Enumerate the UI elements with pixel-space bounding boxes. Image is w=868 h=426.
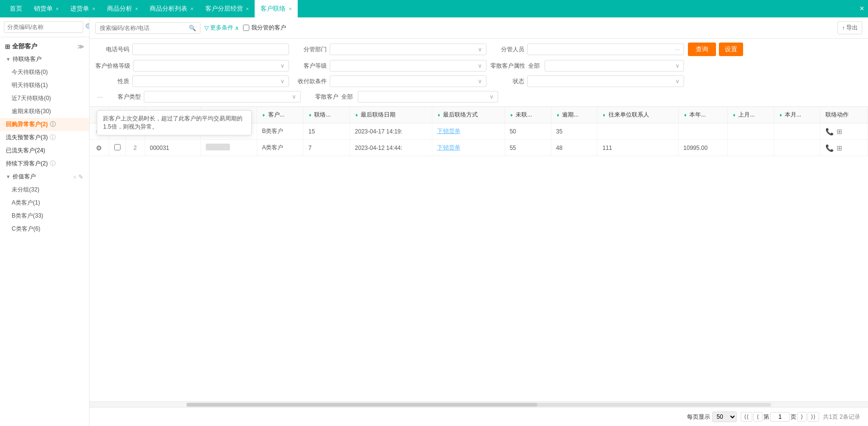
filter-payment-label: 收付款条件 <box>293 77 327 86</box>
row2-settings[interactable]: ⚙ <box>90 140 109 156</box>
scroll-track[interactable] <box>186 403 771 407</box>
sidebar-churn-warning-title[interactable]: 流失预警客户(3) ⓘ <box>0 131 89 144</box>
col-overdue-header[interactable]: ⬧ 逾期... <box>551 107 597 123</box>
prev-page-button[interactable]: ⟨ <box>753 412 762 422</box>
row2-contact-icon[interactable]: ⊞ <box>837 144 842 152</box>
next-page-button[interactable]: ⟩ <box>797 412 807 422</box>
filter-customer-type-select[interactable]: ∨ <box>144 91 301 103</box>
sidebar-repurchase-abnormal-title[interactable]: 回购异常客户(2) ⓘ <box>0 118 89 131</box>
nav-purchase-order[interactable]: 进货单 × <box>64 0 101 17</box>
col-last-date-header[interactable]: ⬧ 最后联络日期 <box>350 107 432 123</box>
sidebar-item-today[interactable]: 今天待联络(0) <box>0 66 89 79</box>
tooltip-box: 距客户上次交易时长，超过了此客户的平均交易周期的1.5倍，则视为异常。 <box>97 110 252 135</box>
close-customer-layer-icon[interactable]: × <box>246 6 249 12</box>
filter-nature-select[interactable]: ∨ <box>132 75 289 87</box>
last-page-button[interactable]: ⟩⟩ <box>807 412 819 422</box>
sidebar-value-c[interactable]: C类客户(6) <box>0 222 89 235</box>
row2-phone-icon[interactable]: 📞 <box>825 144 834 152</box>
filter-manager-select[interactable]: ··· <box>527 44 684 55</box>
sidebar-value-a[interactable]: A类客户(1) <box>0 196 89 209</box>
filter-scattered-attr-select[interactable]: ∨ <box>545 60 684 72</box>
row1-last-way-link[interactable]: 下销货单 <box>437 128 460 134</box>
filter-status: 状态 ∨ <box>490 75 684 87</box>
close-product-analysis-list-icon[interactable]: × <box>190 6 193 12</box>
settings-cog-icon2[interactable]: ⚙ <box>96 144 102 152</box>
sidebar-item-tomorrow[interactable]: 明天待联络(1) <box>0 79 89 92</box>
sidebar-item-overdue[interactable]: 逾期未联络(30) <box>0 105 89 118</box>
nav-product-analysis[interactable]: 商品分析 × <box>101 0 144 17</box>
config-icon[interactable]: ✎ <box>78 174 83 180</box>
col-type-header[interactable]: ⬧ 客户... <box>257 107 304 123</box>
row1-uncontacted: 50 <box>504 123 551 140</box>
main-search-input[interactable] <box>100 25 187 31</box>
sidebar-value-b[interactable]: B类客户(33) <box>0 209 89 222</box>
my-customers-checkbox-area[interactable]: 我分管的客户 <box>243 24 286 32</box>
sidebar-declining-title[interactable]: 持续下滑客户(2) ⓘ <box>0 157 89 170</box>
filter-customer-type: 客户类型 ∨ <box>107 91 301 103</box>
filter-manager-label: 分管人员 <box>490 45 524 54</box>
col-this-month-header[interactable]: ⬧ 本月... <box>774 107 820 123</box>
nav-home[interactable]: 首页 <box>4 0 28 17</box>
close-all-tabs-icon[interactable]: × <box>860 4 864 13</box>
close-customer-contact-icon[interactable]: × <box>289 6 291 12</box>
page-unit-label: 页 <box>791 413 796 421</box>
sidebar-all-customers[interactable]: ⊞ 全部客户 ≫ <box>0 40 89 53</box>
col-lm-sort-icon: ⬧ <box>732 111 736 118</box>
col-uncontacted-header[interactable]: ⬧ 未联... <box>504 107 551 123</box>
row1-contact-icon[interactable]: ⊞ <box>837 128 842 135</box>
row2-code[interactable]: 000031 <box>145 140 201 156</box>
filter-price-level-select[interactable]: ∨ <box>133 60 289 72</box>
export-button[interactable]: ↑ 导出 <box>838 21 862 34</box>
col-unit-contacts-header[interactable]: ⬧ 往来单位联系人 <box>597 107 678 123</box>
scroll-thumb[interactable] <box>186 403 537 407</box>
sidebar-item-7days[interactable]: 近7天待联络(0) <box>0 92 89 105</box>
nav-customer-contact[interactable]: 客户联络 × <box>255 0 297 17</box>
filter-payment-select[interactable]: ∨ <box>330 75 487 87</box>
row2-name[interactable] <box>201 140 257 156</box>
row2-checkbox[interactable] <box>114 144 121 150</box>
row1-phone-icon[interactable]: 📞 <box>825 128 834 135</box>
horizontal-scrollbar[interactable] <box>90 401 868 407</box>
settings-button[interactable]: 设置 <box>719 43 743 56</box>
page-number-input[interactable] <box>770 412 790 422</box>
col-this-year-header[interactable]: ⬧ 本年... <box>678 107 727 123</box>
sidebar-collapse-icon[interactable]: ≫ <box>77 43 84 50</box>
more-conditions-btn[interactable]: ▽ 更多条件 ∧ <box>204 24 239 32</box>
row1-this-year <box>678 123 727 140</box>
per-page-select[interactable]: 50 100 200 <box>712 411 737 422</box>
sidebar-value-title[interactable]: ▼ 价值客户 ○ ✎ <box>0 170 89 183</box>
nav-sales-order[interactable]: 销货单 × <box>28 0 64 17</box>
filter-scattered-customer-select[interactable]: ∨ <box>358 91 498 103</box>
sidebar-search-icon[interactable]: 🔍 <box>85 23 90 31</box>
filter-dept-select[interactable]: ∨ <box>330 44 487 55</box>
row2-last-way-link[interactable]: 下销货单 <box>437 144 460 151</box>
col-contacts-header[interactable]: ⬧ 联络... <box>304 107 350 123</box>
more-filter-icon[interactable]: ··· <box>97 93 103 101</box>
close-sales-order-icon[interactable]: × <box>56 6 59 12</box>
nav-customer-layer[interactable]: 客户分层经营 × <box>199 0 255 17</box>
my-customers-checkbox[interactable] <box>243 25 249 31</box>
row2-check[interactable] <box>109 140 125 156</box>
sidebar-value-ungroup[interactable]: 未分组(32) <box>0 183 89 196</box>
nav-product-analysis-list[interactable]: 商品分析列表 × <box>144 0 199 17</box>
query-button[interactable]: 查询 <box>688 43 716 56</box>
sidebar-search-input[interactable] <box>4 21 83 33</box>
close-product-analysis-icon[interactable]: × <box>135 6 138 12</box>
row1-last-way[interactable]: 下销货单 <box>432 123 504 140</box>
main-search-icon[interactable]: 🔍 <box>189 25 196 31</box>
row2-last-way[interactable]: 下销货单 <box>432 140 504 156</box>
close-purchase-order-icon[interactable]: × <box>92 6 95 12</box>
sidebar-churned-title[interactable]: 已流失客户(24) <box>0 144 89 157</box>
info-icon3[interactable]: ⓘ <box>50 160 56 168</box>
info-icon2[interactable]: ⓘ <box>50 133 56 142</box>
col-last-month-header[interactable]: ⬧ 上月... <box>727 107 774 123</box>
info-icon[interactable]: ⓘ <box>50 120 56 129</box>
filter-customer-level-select[interactable]: ∨ <box>330 60 487 72</box>
filter-phone-input[interactable] <box>132 44 289 55</box>
edit-icon[interactable]: ○ <box>73 174 76 180</box>
filter-status-select[interactable]: ∨ <box>527 75 684 87</box>
col-last-way-header[interactable]: ⬧ 最后联络方式 <box>432 107 504 123</box>
first-page-button[interactable]: ⟨⟨ <box>741 412 752 422</box>
sidebar-section-pending-title[interactable]: ▼ 待联络客户 <box>0 53 89 66</box>
total-records-label: 共1页 2条记录 <box>823 413 860 421</box>
